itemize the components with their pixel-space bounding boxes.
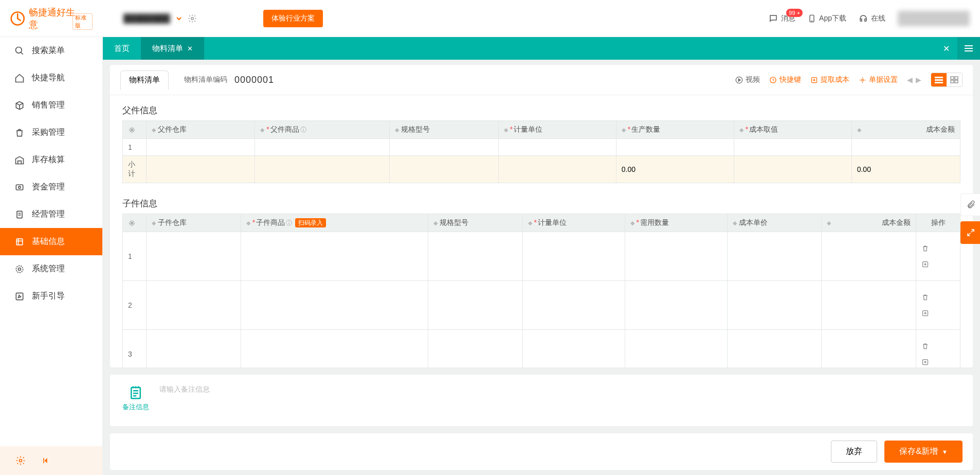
toolbar-doc-settings[interactable]: 单据设置 [859, 75, 898, 84]
app-download-button[interactable]: App下载 [808, 14, 846, 23]
cell[interactable] [255, 139, 390, 156]
cell[interactable] [522, 232, 625, 281]
sidebar-item-purchase[interactable]: 采购管理 [0, 119, 102, 146]
page-tab-bom[interactable]: 物料清单 [120, 71, 169, 90]
user-area[interactable] [898, 11, 970, 26]
child-col-warehouse[interactable]: ◆子件仓库 [147, 214, 241, 232]
cell[interactable] [241, 330, 428, 368]
parent-col-cost-amount[interactable]: ◆成本金额 [851, 121, 960, 139]
nav-next-icon[interactable]: ▶ [916, 76, 921, 84]
child-col-qty[interactable]: ◆*需用数量 [625, 214, 727, 232]
parent-col-warehouse[interactable]: ◆父件仓库 [147, 121, 255, 139]
sidebar-item-sales[interactable]: 销售管理 [0, 92, 102, 119]
child-col-cost-amount[interactable]: ◆成本金额 [822, 214, 916, 232]
child-col-spec[interactable]: ◆规格型号 [428, 214, 522, 232]
sidebar-bottom [0, 446, 102, 475]
parent-col-qty[interactable]: ◆*生产数量 [616, 121, 734, 139]
cell[interactable] [727, 232, 822, 281]
row-delete-icon[interactable] [921, 342, 955, 350]
view-card[interactable] [947, 73, 962, 86]
cell[interactable] [616, 139, 734, 156]
nav-prev-icon[interactable]: ◀ [907, 76, 913, 84]
sidebar-item-guide[interactable]: 新手引导 [0, 283, 102, 310]
cell[interactable] [241, 281, 428, 330]
row-add-icon[interactable] [921, 260, 955, 268]
tabstrip-menu[interactable] [957, 37, 980, 60]
cell[interactable] [625, 330, 727, 368]
cell[interactable] [727, 281, 822, 330]
online-support-button[interactable]: 在线 [859, 14, 885, 23]
info-icon[interactable]: ⓘ [300, 126, 306, 133]
cell[interactable] [390, 139, 498, 156]
toolbar-shortcut[interactable]: 快捷键 [769, 75, 801, 84]
cell[interactable] [147, 330, 241, 368]
cell[interactable] [625, 281, 727, 330]
scan-badge[interactable]: 扫码录入 [295, 218, 326, 227]
tabstrip-close-all[interactable]: ✕ [935, 37, 957, 60]
cell[interactable] [241, 232, 428, 281]
row-delete-icon[interactable] [921, 244, 955, 252]
child-row[interactable]: 2 [123, 281, 960, 330]
cell[interactable] [147, 281, 241, 330]
row-delete-icon[interactable] [921, 293, 955, 301]
sidebar-item-search[interactable]: 搜索菜单 [0, 37, 102, 64]
cell[interactable] [822, 232, 916, 281]
child-row[interactable]: 3 [123, 330, 960, 368]
tab-home[interactable]: 首页 [103, 37, 141, 60]
sidebar-item-basedata[interactable]: 基础信息 [0, 228, 102, 255]
sidebar-settings-icon[interactable] [15, 455, 26, 466]
row-add-icon[interactable] [921, 309, 955, 317]
cell[interactable] [625, 232, 727, 281]
parent-col-unit[interactable]: ◆*计量单位 [498, 121, 616, 139]
cell[interactable] [851, 139, 960, 156]
cell[interactable] [522, 330, 625, 368]
parent-col-cost-basis[interactable]: ◆*成本取值 [734, 121, 851, 139]
tab-close-icon[interactable]: ✕ [187, 45, 193, 52]
org-selector[interactable]: ████████ [123, 14, 257, 23]
info-icon[interactable]: ⓘ [286, 219, 292, 226]
cell[interactable] [822, 330, 916, 368]
org-settings-icon[interactable] [188, 14, 197, 23]
child-col-cost-unit[interactable]: ◆成本单价 [727, 214, 822, 232]
parent-row[interactable]: 1 [123, 139, 960, 156]
view-list[interactable] [931, 73, 947, 86]
sidebar-collapse-icon[interactable] [41, 455, 51, 466]
child-col-config[interactable] [123, 214, 147, 232]
chat-icon [769, 14, 778, 23]
save-new-button[interactable]: 保存&新增 ▼ [884, 441, 963, 463]
messages-button[interactable]: 消息 99 + [769, 14, 795, 23]
cell[interactable] [428, 281, 522, 330]
sidebar-item-operations[interactable]: 经营管理 [0, 201, 102, 228]
tab-bom[interactable]: 物料清单 ✕ [141, 37, 204, 60]
toolbar-video[interactable]: 视频 [735, 75, 760, 84]
parent-col-config[interactable] [123, 121, 147, 139]
remarks-input[interactable] [159, 385, 960, 416]
experience-button[interactable]: 体验行业方案 [263, 10, 323, 27]
row-add-icon[interactable] [921, 358, 955, 366]
cell[interactable] [522, 281, 625, 330]
sidebar-item-finance[interactable]: 资金管理 [0, 173, 102, 201]
child-row[interactable]: 1 [123, 232, 960, 281]
expand-widget[interactable] [960, 221, 980, 244]
cell[interactable] [428, 330, 522, 368]
logo[interactable]: 畅捷通好生意 标准版 [10, 6, 103, 31]
toolbar-shortcut-label: 快捷键 [779, 75, 801, 84]
cell[interactable] [734, 139, 851, 156]
cell[interactable] [428, 232, 522, 281]
attachment-widget[interactable] [960, 193, 980, 216]
child-col-unit[interactable]: ◆*计量单位 [522, 214, 625, 232]
sidebar-item-system[interactable]: 系统管理 [0, 255, 102, 283]
toolbar-extract-cost[interactable]: 提取成本 [810, 75, 849, 84]
parent-col-spec[interactable]: ◆规格型号 [390, 121, 498, 139]
sidebar-item-inventory[interactable]: 库存核算 [0, 146, 102, 173]
cell[interactable] [727, 330, 822, 368]
cell[interactable] [147, 232, 241, 281]
cell[interactable] [498, 139, 616, 156]
discard-button[interactable]: 放弃 [831, 441, 877, 463]
child-col-product[interactable]: ◆*子件商品ⓘ扫码录入 [241, 214, 428, 232]
parent-col-product[interactable]: ◆*父件商品ⓘ [255, 121, 390, 139]
sidebar-item-quicknav[interactable]: 快捷导航 [0, 64, 102, 92]
online-label: 在线 [871, 14, 885, 23]
cell[interactable] [147, 139, 255, 156]
cell[interactable] [822, 281, 916, 330]
